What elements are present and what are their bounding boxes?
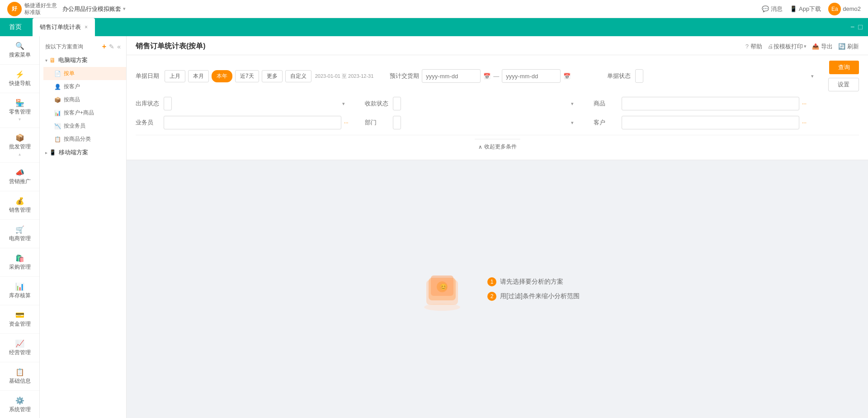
- collapse-filters-button[interactable]: ∧ 收起更多条件: [475, 139, 520, 154]
- scheme-by-customer-product[interactable]: 📊 按客户+商品: [43, 106, 126, 119]
- refresh-button[interactable]: 🔄 刷新: [838, 43, 859, 51]
- sidebar-item-quicknav[interactable]: ⚡ 快捷导航: [0, 65, 39, 93]
- date-btn-more[interactable]: 更多: [262, 70, 283, 82]
- user-area[interactable]: Ea demo2: [828, 3, 861, 15]
- tree-header-mobile[interactable]: ▸ 📱 移动端方案: [40, 146, 126, 159]
- date-btn-7days[interactable]: 近7天: [235, 70, 259, 82]
- date-btn-thisyear[interactable]: 本年: [212, 70, 232, 82]
- content-area: 按以下方案查询 + ✎ « ▾ 🖥 电脑端方案 📄 按单: [40, 36, 868, 418]
- collapse-panel-button[interactable]: «: [117, 43, 121, 50]
- product-input[interactable]: [622, 97, 799, 110]
- date-btn-custom[interactable]: 自定义: [285, 70, 311, 82]
- settings-button[interactable]: 设置: [828, 78, 859, 91]
- scheme-by-salesperson[interactable]: 📉 按业务员: [43, 119, 126, 133]
- operation-icon: 📈: [4, 339, 36, 348]
- sales-icon: 💰: [4, 197, 36, 205]
- wholesale-icon: 📦: [4, 133, 36, 142]
- edit-scheme-button[interactable]: ✎: [109, 43, 114, 50]
- tree-expand-icon: ▾: [45, 58, 47, 63]
- print-dropdown-icon: ▾: [804, 43, 807, 49]
- sidebar-item-operation[interactable]: 📈 经营管理: [0, 334, 39, 362]
- date-btn-lastmonth[interactable]: 上月: [165, 70, 185, 82]
- scheme-by-customer[interactable]: 👤 按客户: [43, 80, 126, 93]
- salesperson-more-icon[interactable]: ···: [344, 119, 349, 126]
- mobile-icon: 📱: [49, 149, 56, 156]
- top-bar: 好 畅捷通好生意 标准版 办公用品行业模拟账套 ▾ 💬 消息 📱 App下载 E…: [0, 0, 868, 18]
- finance-icon: 💳: [4, 311, 36, 319]
- scheme-by-product[interactable]: 📦 按商品: [43, 93, 126, 106]
- order-status-select[interactable]: [635, 69, 643, 83]
- purchase-icon: 🛍️: [4, 254, 36, 262]
- query-button[interactable]: 查询: [829, 61, 859, 74]
- tip-num-1: 1: [487, 277, 496, 286]
- filter-area: 单据日期 上月 本月 本年 近7天 更多 自定义 2023-01-01 至 20…: [127, 55, 868, 160]
- tree-mobile-arrow-icon: ▸: [45, 150, 47, 155]
- product-more-icon[interactable]: ···: [802, 100, 807, 107]
- logo-area: 好 畅捷通好生意 标准版: [7, 2, 57, 16]
- sidebar-item-marketing[interactable]: 📣 营销推广: [0, 163, 39, 191]
- ecommerce-icon: 🛒: [4, 225, 36, 234]
- left-panel-header: 按以下方案查询 + ✎ «: [40, 40, 126, 53]
- tab-minimize-icon[interactable]: −: [850, 23, 854, 31]
- sidebar-item-ecommerce[interactable]: 🛒 电商管理: [0, 220, 39, 248]
- page-header: 销售订单统计表(按单) ? 帮助 🖨 按模板打印 ▾ 📤 导出: [127, 36, 868, 55]
- department-label: 部门: [365, 119, 390, 127]
- tab-controls: − □: [850, 23, 868, 31]
- expected-date-end[interactable]: [502, 69, 561, 83]
- sidebar-item-retail[interactable]: 🏪 零售管理 ▾: [0, 93, 39, 128]
- sidebar-item-system[interactable]: ⚙️ 系统管理: [0, 391, 39, 418]
- sidebar-item-finance[interactable]: 💳 资金管理: [0, 305, 39, 334]
- add-scheme-button[interactable]: +: [102, 43, 106, 51]
- refresh-icon: 🔄: [838, 43, 845, 50]
- customer-more-icon[interactable]: ···: [802, 119, 807, 126]
- top-bar-left: 好 畅捷通好生意 标准版 办公用品行业模拟账套 ▾: [7, 2, 126, 16]
- main-layout: 🔍 搜索菜单 ⚡ 快捷导航 🏪 零售管理 ▾ 📦 批发管理 ▴ 📣 营销推广 💰…: [0, 36, 868, 418]
- department-select[interactable]: [393, 116, 401, 129]
- inventory-icon: 📊: [4, 282, 36, 291]
- payment-status-label: 收款状态: [365, 100, 390, 108]
- left-panel: 按以下方案查询 + ✎ « ▾ 🖥 电脑端方案 📄 按单: [40, 36, 127, 418]
- tab-home[interactable]: 首页: [0, 18, 31, 36]
- payment-status-select[interactable]: [393, 97, 401, 110]
- shipping-status-select[interactable]: [164, 97, 172, 110]
- date-btn-thismonth[interactable]: 本月: [188, 70, 209, 82]
- help-button[interactable]: ? 帮助: [745, 43, 762, 51]
- export-icon: 📤: [812, 43, 819, 50]
- tab-maximize-icon[interactable]: □: [858, 23, 863, 31]
- tree-header-pc[interactable]: ▾ 🖥 电脑端方案: [40, 53, 126, 67]
- system-icon: ⚙️: [4, 396, 36, 405]
- print-button[interactable]: 🖨 按模板打印 ▾: [768, 43, 807, 51]
- date-range-text: 2023-01-01 至 2023-12-31: [315, 73, 374, 80]
- tree-section-pc: ▾ 🖥 电脑端方案 📄 按单 👤 按客户 📦 按商品: [40, 53, 126, 146]
- sidebar-item-wholesale[interactable]: 📦 批发管理 ▴: [0, 128, 39, 163]
- tab-active[interactable]: 销售订单统计表 ×: [33, 18, 95, 36]
- expected-date-label: 预计交货期: [390, 72, 419, 80]
- by-sales-icon: 📉: [54, 123, 61, 129]
- salesperson-input[interactable]: [164, 116, 341, 129]
- sidebar-item-basic[interactable]: 📋 基础信息: [0, 362, 39, 391]
- logo-icon: 好: [7, 2, 22, 16]
- left-panel-actions: + ✎ «: [102, 43, 121, 51]
- sidebar-item-search[interactable]: 🔍 搜索菜单: [0, 36, 39, 65]
- by-cat-icon: 📋: [54, 136, 61, 142]
- empty-tip-1: 1 请先选择要分析的方案: [487, 277, 580, 286]
- expected-date-start[interactable]: [422, 69, 481, 83]
- export-button[interactable]: 📤 导出: [812, 43, 833, 51]
- tab-close-icon[interactable]: ×: [85, 24, 88, 30]
- sidebar-item-inventory[interactable]: 📊 库存核算: [0, 277, 39, 305]
- empty-illustration: 😊: [415, 262, 469, 316]
- filter-row-2: 出库状态 收款状态 商品 ···: [136, 97, 859, 110]
- app-download-button[interactable]: 📱 App下载: [790, 5, 821, 13]
- tip-num-2: 2: [487, 292, 496, 301]
- message-button[interactable]: 💬 消息: [762, 5, 783, 13]
- scheme-by-category[interactable]: 📋 按商品分类: [43, 133, 126, 146]
- sidebar-item-sales[interactable]: 💰 销售管理: [0, 191, 39, 220]
- scheme-by-order[interactable]: 📄 按单: [43, 67, 126, 80]
- logo-text: 畅捷通好生意 标准版: [24, 2, 57, 15]
- by-customer-icon: 👤: [54, 84, 61, 90]
- calendar-icon-end[interactable]: 📅: [563, 73, 571, 80]
- calendar-icon-start[interactable]: 📅: [483, 73, 491, 80]
- sidebar-item-purchase[interactable]: 🛍️ 采购管理: [0, 248, 39, 277]
- customer-input[interactable]: [622, 116, 799, 129]
- workspace-selector[interactable]: 办公用品行业模拟账套 ▾: [62, 5, 126, 13]
